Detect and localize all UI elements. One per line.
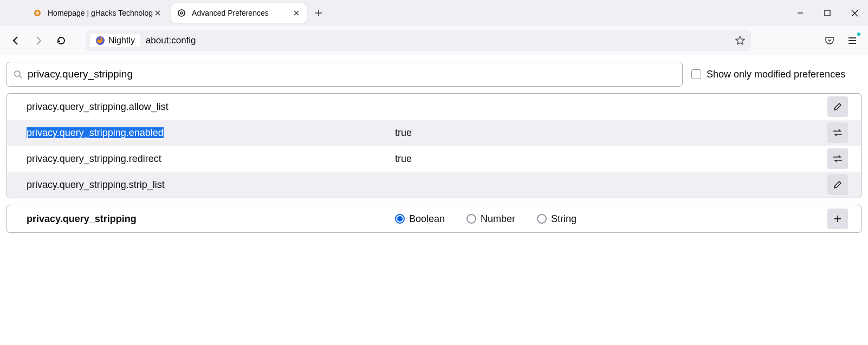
favicon-ghacks [33, 8, 42, 18]
bookmark-star-icon[interactable] [734, 34, 747, 47]
search-row: Show only modified preferences [7, 62, 861, 87]
about-config-content: Show only modified preferences privacy.q… [0, 55, 868, 239]
window-controls [787, 2, 868, 24]
pref-search-input[interactable] [28, 68, 676, 80]
add-button[interactable] [827, 209, 848, 229]
pencil-icon [833, 102, 842, 111]
back-button[interactable] [7, 31, 25, 50]
new-tab-button[interactable] [310, 4, 327, 22]
radio-icon[interactable] [537, 214, 547, 224]
tab-label: Advanced Preferences [192, 9, 292, 17]
pref-row[interactable]: privacy.query_stripping.enabled true [7, 120, 861, 146]
url-bar[interactable]: Nightly [86, 30, 751, 51]
identity-label: Nightly [108, 36, 135, 45]
pref-search-box[interactable] [7, 62, 683, 87]
pref-name: privacy.query_stripping.redirect [27, 153, 395, 165]
forward-button [29, 31, 48, 50]
radio-icon[interactable] [467, 214, 476, 224]
close-icon[interactable] [153, 8, 163, 18]
toggle-arrows-icon [833, 128, 843, 137]
tab-ghacks[interactable]: Homepage | gHacks Technolog [27, 3, 168, 23]
type-string[interactable]: String [537, 213, 576, 225]
edit-button[interactable] [827, 174, 848, 195]
reload-button[interactable] [52, 31, 70, 50]
prefs-table: privacy.query_stripping.allow_list priva… [7, 93, 861, 198]
tabstrip: Homepage | gHacks Technolog Advanced Pre… [27, 0, 327, 26]
svg-rect-4 [825, 10, 830, 16]
close-window-button[interactable] [841, 2, 868, 24]
type-number[interactable]: Number [467, 213, 515, 225]
add-pref-row: privacy.query_stripping Boolean Number S… [7, 205, 861, 233]
tab-label: Homepage | gHacks Technolog [48, 9, 153, 17]
url-input[interactable] [146, 35, 734, 46]
tab-advanced-prefs[interactable]: Advanced Preferences [171, 3, 307, 23]
svg-point-3 [180, 12, 183, 14]
pencil-icon [833, 180, 842, 189]
pref-value: true [395, 127, 827, 139]
nav-toolbar: Nightly [0, 26, 868, 55]
type-selector: Boolean Number String [395, 213, 827, 225]
maximize-button[interactable] [814, 2, 841, 24]
svg-point-1 [36, 11, 39, 15]
pref-name: privacy.query_stripping.allow_list [27, 101, 395, 113]
pref-name: privacy.query_stripping.enabled [27, 127, 395, 139]
toggle-arrows-icon [833, 154, 843, 163]
show-modified-label: Show only modified preferences [707, 69, 845, 80]
type-boolean[interactable]: Boolean [395, 213, 445, 225]
notification-dot-icon [857, 32, 860, 36]
close-icon[interactable] [292, 8, 301, 18]
add-pref-name: privacy.query_stripping [27, 213, 395, 225]
pref-row[interactable]: privacy.query_stripping.allow_list [7, 94, 861, 120]
app-menu-button[interactable] [843, 31, 861, 50]
search-icon [14, 70, 22, 79]
pocket-icon[interactable] [820, 31, 839, 50]
gear-icon [177, 8, 186, 18]
svg-point-6 [15, 71, 20, 76]
plus-icon [834, 215, 841, 223]
minimize-button[interactable] [787, 2, 814, 24]
pref-row[interactable]: privacy.query_stripping.strip_list [7, 172, 861, 198]
pref-value: true [395, 153, 827, 165]
identity-box[interactable]: Nightly [90, 34, 140, 47]
radio-icon[interactable] [395, 214, 405, 224]
checkbox-icon[interactable] [691, 69, 701, 79]
titlebar: Homepage | gHacks Technolog Advanced Pre… [0, 0, 868, 26]
pref-name: privacy.query_stripping.strip_list [27, 179, 395, 191]
toggle-button[interactable] [827, 148, 848, 169]
toggle-button[interactable] [827, 122, 848, 143]
pref-row[interactable]: privacy.query_stripping.redirect true [7, 146, 861, 172]
edit-button[interactable] [827, 96, 848, 117]
firefox-icon [95, 36, 105, 45]
show-modified-checkbox[interactable]: Show only modified preferences [691, 69, 845, 80]
